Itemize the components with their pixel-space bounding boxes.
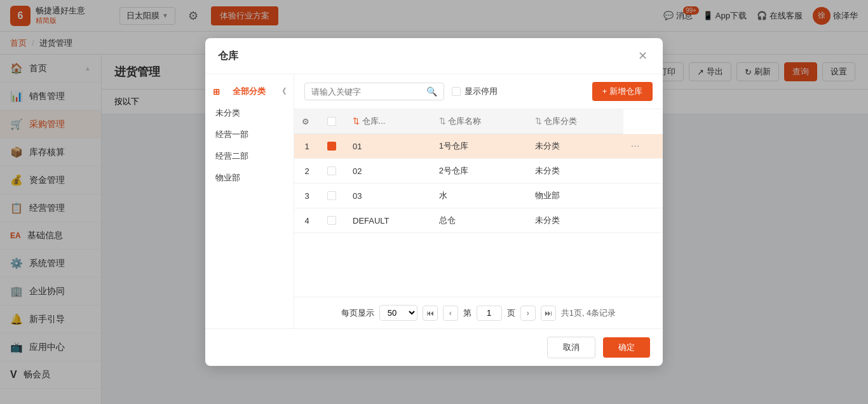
- row-name: 1号仓库: [431, 134, 527, 159]
- col-checkbox: [320, 109, 345, 134]
- row-category: 未分类: [527, 159, 623, 184]
- category-item-unclassified[interactable]: 未分类: [205, 102, 294, 124]
- row-code: 02: [345, 159, 431, 184]
- table-row[interactable]: 4 DEFAULT 总仓 未分类: [294, 208, 663, 233]
- col-code: ⇅ 仓库...: [345, 109, 431, 134]
- row-code: 01: [345, 134, 431, 159]
- modal-search-bar: 🔍 显示停用 + 新增仓库: [294, 74, 663, 109]
- row-checkbox[interactable]: [320, 208, 345, 233]
- row-category: 未分类: [527, 134, 623, 159]
- warehouse-table: ⚙ ⇅ 仓库... ⇅ 仓库名称 ⇅: [294, 109, 663, 297]
- chevron-left-icon[interactable]: 《: [278, 86, 286, 97]
- modal-pagination: 每页显示 50 100 ⏮ ‹ 第 页 › ⏭ 共1页, 4条记录: [294, 297, 663, 328]
- table-row[interactable]: 2 02 2号仓库 未分类: [294, 159, 663, 184]
- search-input-wrapper: 🔍: [304, 83, 444, 100]
- row-name: 水: [431, 184, 527, 208]
- category-item-business2[interactable]: 经营二部: [205, 145, 294, 167]
- table-row[interactable]: 1 01 1号仓库 未分类 ···: [294, 134, 663, 159]
- row-code: DEFAULT: [345, 208, 431, 233]
- sort-icon: ⇅: [439, 116, 446, 126]
- modal-body: ⊞ 全部分类 《 未分类 经营一部 经营二部 物业部 🔍 显示停用 +: [205, 74, 663, 328]
- row-name: 2号仓库: [431, 159, 527, 184]
- modal-header: 仓库 ✕: [205, 38, 663, 74]
- category-item-property[interactable]: 物业部: [205, 167, 294, 189]
- cancel-button[interactable]: 取消: [547, 337, 595, 358]
- row-num: 1: [294, 134, 320, 159]
- category-sidebar: ⊞ 全部分类 《 未分类 经营一部 经营二部 物业部: [205, 74, 294, 328]
- grid-icon: ⊞: [213, 87, 220, 97]
- close-button[interactable]: ✕: [635, 48, 650, 64]
- page-number-input[interactable]: [477, 306, 502, 321]
- search-icon: 🔍: [426, 86, 437, 97]
- col-category: ⇅ 仓库分类: [527, 109, 623, 134]
- row-checkbox[interactable]: [320, 134, 345, 159]
- modal-title: 仓库: [218, 50, 238, 63]
- checkbox[interactable]: [452, 87, 461, 96]
- last-page-button[interactable]: ⏭: [541, 306, 556, 321]
- row-category: 物业部: [527, 184, 623, 208]
- row-num: 4: [294, 208, 320, 233]
- prev-page-button[interactable]: ‹: [443, 306, 458, 321]
- warehouse-modal: 仓库 ✕ ⊞ 全部分类 《 未分类 经营一部 经营二部 物业部 🔍: [205, 38, 663, 366]
- per-page-select[interactable]: 50 100: [379, 305, 417, 321]
- more-options-button[interactable]: ···: [631, 140, 639, 151]
- row-name: 总仓: [431, 208, 527, 233]
- search-input[interactable]: [311, 87, 423, 97]
- category-item-business1[interactable]: 经营一部: [205, 124, 294, 145]
- row-num: 3: [294, 184, 320, 208]
- confirm-button[interactable]: 确定: [603, 337, 650, 358]
- sort-icon: ⇅: [353, 116, 360, 126]
- table-header-row: ⚙ ⇅ 仓库... ⇅ 仓库名称 ⇅: [294, 109, 663, 134]
- row-num: 2: [294, 159, 320, 184]
- col-name: ⇅ 仓库名称: [431, 109, 527, 134]
- add-warehouse-button[interactable]: + 新增仓库: [592, 82, 653, 101]
- next-page-button[interactable]: ›: [520, 306, 536, 321]
- col-settings: ⚙: [294, 109, 320, 134]
- table-row[interactable]: 3 03 水 物业部: [294, 184, 663, 208]
- table: ⚙ ⇅ 仓库... ⇅ 仓库名称 ⇅: [294, 109, 663, 233]
- first-page-button[interactable]: ⏮: [423, 306, 438, 321]
- row-checkbox[interactable]: [320, 184, 345, 208]
- modal-main: 🔍 显示停用 + 新增仓库 ⚙ ⇅: [294, 74, 663, 328]
- modal-footer: 取消 确定: [205, 328, 663, 366]
- row-code: 03: [345, 184, 431, 208]
- all-categories-item[interactable]: ⊞ 全部分类 《: [205, 81, 294, 102]
- row-checkbox[interactable]: [320, 159, 345, 184]
- sort-icon: ⇅: [535, 116, 542, 126]
- row-category: 未分类: [527, 208, 623, 233]
- total-info: 共1页, 4条记录: [561, 307, 616, 319]
- show-disabled-checkbox[interactable]: 显示停用: [452, 86, 498, 97]
